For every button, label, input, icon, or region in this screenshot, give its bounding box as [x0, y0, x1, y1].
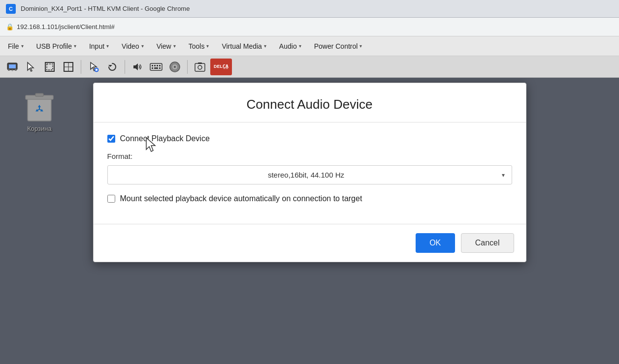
connect-playback-checkbox[interactable] [107, 135, 115, 143]
address-text: 192.168.1.101/jsclient/Client.html# [17, 23, 115, 30]
menu-usb-profile-arrow: ▾ [74, 43, 76, 49]
menu-virtual-media[interactable]: Virtual Media ▾ [216, 40, 272, 53]
dialog-header: Connect Audio Device [94, 83, 526, 122]
svg-rect-17 [152, 65, 153, 66]
toolbar-keyboard-button[interactable] [148, 59, 164, 75]
svg-rect-20 [159, 65, 161, 66]
menubar: File ▾ USB Profile ▾ Input ▾ Video ▾ Vie… [0, 36, 619, 56]
toolbar-normal-cursor-button[interactable] [23, 59, 39, 75]
connect-playback-label[interactable]: Connect Playback Device [120, 134, 210, 143]
toolbar-cursor-mode-button[interactable] [85, 59, 102, 75]
svg-point-4 [15, 69, 17, 71]
menu-audio-arrow: ▾ [299, 43, 301, 49]
connect-audio-dialog: Connect Audio Device Connect Playback De… [93, 83, 526, 262]
auto-mount-checkbox[interactable] [107, 195, 115, 203]
menu-file[interactable]: File ▾ [2, 40, 30, 53]
svg-rect-27 [195, 63, 205, 71]
toolbar-actual-size-button[interactable] [60, 59, 77, 75]
svg-rect-29 [198, 62, 202, 64]
svg-point-28 [198, 65, 202, 69]
menu-audio[interactable]: Audio ▾ [273, 40, 307, 53]
menu-usb-profile[interactable]: USB Profile ▾ [31, 40, 82, 53]
main-content: Корзина Connect Audio Device Connect Pla… [0, 78, 619, 364]
menu-tools-arrow: ▾ [206, 43, 209, 49]
lock-icon: 🔒 [6, 23, 14, 30]
format-dropdown[interactable]: stereo,16bit, 44.100 Hz ▾ [107, 165, 512, 184]
svg-rect-7 [47, 64, 53, 70]
svg-rect-19 [157, 65, 158, 66]
menu-virtual-media-arrow: ▾ [264, 43, 266, 49]
browser-title-bar: C Dominion_KX4_Port1 - HTML KVM Client -… [0, 0, 619, 18]
svg-rect-22 [154, 67, 158, 69]
svg-rect-1 [9, 64, 16, 68]
toolbar-disc-button[interactable] [166, 59, 183, 75]
toolbar-sep-1 [81, 60, 81, 74]
auto-mount-row: Mount selected playback device automatic… [107, 194, 512, 203]
menu-input-arrow: ▾ [106, 43, 109, 49]
svg-rect-23 [159, 67, 161, 69]
svg-point-2 [8, 69, 10, 71]
browser-title: Dominion_KX4_Port1 - HTML KVM Client - G… [21, 5, 190, 12]
toolbar-ctrl-alt-del-button[interactable]: DEL C̲A̲ [210, 59, 232, 75]
dialog-title: Connect Audio Device [105, 97, 514, 112]
svg-rect-21 [152, 67, 153, 69]
auto-mount-label[interactable]: Mount selected playback device automatic… [120, 194, 362, 203]
svg-rect-16 [150, 63, 162, 70]
connect-playback-row: Connect Playback Device [107, 134, 512, 143]
toolbar-screenshot-button[interactable] [192, 59, 208, 75]
toolbar-settings-button[interactable] [4, 59, 21, 75]
menu-tools[interactable]: Tools ▾ [183, 40, 215, 53]
svg-rect-18 [154, 65, 156, 66]
format-dropdown-arrow: ▾ [502, 172, 505, 179]
address-bar[interactable]: 🔒 192.168.1.101/jsclient/Client.html# [0, 18, 619, 36]
svg-point-13 [96, 69, 98, 71]
svg-point-26 [174, 66, 176, 68]
menu-view[interactable]: View ▾ [151, 40, 182, 53]
menu-power-control[interactable]: Power Control ▾ [308, 40, 368, 53]
toolbar-scale-full-button[interactable] [41, 59, 58, 75]
dialog-footer: OK Cancel [94, 224, 526, 262]
format-label: Format: [107, 152, 512, 160]
toolbar-sep-2 [125, 60, 125, 74]
menu-power-control-arrow: ▾ [359, 43, 362, 49]
cancel-button[interactable]: Cancel [461, 233, 514, 253]
toolbar: DEL C̲A̲ [0, 56, 619, 78]
browser-icon: C [6, 4, 16, 14]
menu-file-arrow: ▾ [21, 43, 24, 49]
menu-video[interactable]: Video ▾ [116, 40, 150, 53]
ok-button[interactable]: OK [416, 233, 455, 253]
svg-marker-5 [28, 62, 33, 71]
toolbar-audio-button[interactable] [129, 59, 146, 75]
svg-point-3 [12, 69, 13, 71]
dialog-body: Connect Playback Device Format: stereo,1… [94, 122, 526, 224]
menu-view-arrow: ▾ [173, 43, 176, 49]
menu-video-arrow: ▾ [141, 43, 144, 49]
toolbar-sep-3 [187, 60, 188, 74]
modal-overlay: Connect Audio Device Connect Playback De… [0, 78, 619, 364]
format-select-value: stereo,16bit, 44.100 Hz [115, 171, 498, 179]
menu-input[interactable]: Input ▾ [83, 40, 115, 53]
svg-marker-15 [133, 63, 138, 70]
toolbar-refresh-button[interactable] [104, 59, 121, 75]
